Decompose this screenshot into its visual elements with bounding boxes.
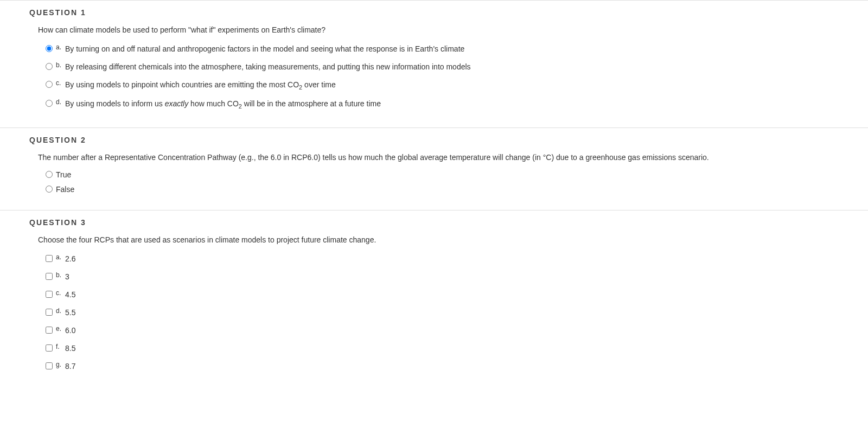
q3-checkbox-e[interactable] [46, 327, 53, 334]
question-3: QUESTION 3 Choose the four RCPs that are… [0, 210, 868, 388]
option-text: 4.5 [65, 289, 75, 301]
q2-radio-false[interactable] [46, 186, 53, 193]
option-text: 3 [65, 271, 69, 283]
option-letter: c. [56, 78, 63, 88]
option-letter: f. [56, 342, 63, 352]
option-letter: e. [56, 324, 63, 334]
option-letter: d. [56, 97, 63, 107]
option-text: 5.5 [65, 307, 75, 318]
option-text: 8.7 [65, 361, 75, 372]
option-text: By using models to inform us exactly how… [65, 98, 381, 111]
q3-checkbox-c[interactable] [46, 291, 53, 298]
question-1-body: How can climate models be used to perfor… [0, 24, 868, 114]
q3-checkbox-f[interactable] [46, 344, 53, 352]
q1-option-b[interactable]: b. By releasing different chemicals into… [38, 58, 846, 76]
q1-option-a[interactable]: a. By turning on and off natural and ant… [38, 40, 846, 58]
option-text: True [56, 169, 71, 181]
q3-option-f[interactable]: f. 8.5 [38, 340, 846, 357]
q1-radio-c[interactable] [46, 81, 53, 88]
q3-option-d[interactable]: d. 5.5 [38, 304, 846, 322]
q1-radio-d[interactable] [46, 100, 53, 107]
question-1: QUESTION 1 How can climate models be use… [0, 0, 868, 127]
q2-radio-true[interactable] [46, 171, 53, 178]
question-3-body: Choose the four RCPs that are used as sc… [0, 234, 868, 375]
question-2-text: The number after a Representative Concen… [38, 152, 846, 163]
question-1-text: How can climate models be used to perfor… [38, 24, 846, 36]
question-2-header: QUESTION 2 [0, 135, 868, 152]
option-letter: g. [56, 360, 63, 369]
option-text: 8.5 [65, 343, 75, 354]
q3-checkbox-d[interactable] [46, 309, 53, 316]
option-text: By using models to pinpoint which countr… [65, 79, 336, 92]
option-text: 6.0 [65, 325, 75, 336]
q3-checkbox-a[interactable] [46, 255, 53, 262]
question-2: QUESTION 2 The number after a Representa… [0, 127, 868, 210]
option-text: By turning on and off natural and anthro… [65, 43, 464, 55]
question-2-body: The number after a Representative Concen… [0, 152, 868, 197]
q3-option-b[interactable]: b. 3 [38, 268, 846, 286]
q3-checkbox-g[interactable] [46, 362, 53, 369]
q1-option-d[interactable]: d. By using models to inform us exactly … [38, 95, 846, 114]
option-text: False [56, 184, 74, 195]
option-letter: b. [56, 60, 63, 70]
option-letter: c. [56, 288, 63, 298]
q2-option-false[interactable]: False [38, 182, 846, 197]
option-letter: b. [56, 270, 63, 280]
q1-radio-b[interactable] [46, 63, 53, 70]
option-text: 2.6 [65, 253, 75, 265]
option-letter: a. [56, 252, 63, 262]
question-1-header: QUESTION 1 [0, 7, 868, 24]
q3-option-g[interactable]: g. 8.7 [38, 357, 846, 375]
question-3-header: QUESTION 3 [0, 217, 868, 234]
q3-option-e[interactable]: e. 6.0 [38, 322, 846, 340]
q1-option-c[interactable]: c. By using models to pinpoint which cou… [38, 76, 846, 95]
q2-option-true[interactable]: True [38, 168, 846, 182]
q3-option-a[interactable]: a. 2.6 [38, 250, 846, 268]
option-letter: a. [56, 42, 63, 52]
q3-option-c[interactable]: c. 4.5 [38, 286, 846, 304]
q1-radio-a[interactable] [46, 45, 53, 52]
option-letter: d. [56, 306, 63, 316]
q3-checkbox-b[interactable] [46, 273, 53, 280]
question-3-text: Choose the four RCPs that are used as sc… [38, 234, 846, 246]
option-text: By releasing different chemicals into th… [65, 61, 471, 73]
